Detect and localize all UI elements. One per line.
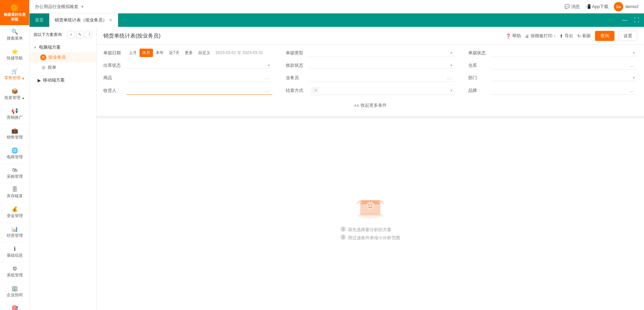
- doc-status-arrow: ▾: [633, 51, 635, 55]
- desktop-group-label: 电脑端方案: [39, 44, 61, 50]
- sidebar-item-search[interactable]: 🔍 搜索菜单: [0, 25, 29, 45]
- settlement-tag: ×: [311, 87, 319, 93]
- warehouse-dots: …: [629, 62, 635, 68]
- date-selector: 上月 本月 本年 近7天 更多 自定义 2023-03-01 至 2023-03…: [126, 49, 263, 57]
- tab-close-icon[interactable]: ✕: [109, 18, 112, 22]
- scheme-item-by-order[interactable]: ⊞ 按单: [30, 62, 96, 72]
- department-select[interactable]: ▾: [491, 74, 637, 81]
- tab-minimize-btn[interactable]: —: [620, 15, 629, 25]
- sidebar-item-label: 快捷导航: [7, 56, 23, 60]
- mobile-group-arrow: ▶: [38, 78, 41, 83]
- department-arrow: ▾: [633, 76, 635, 80]
- scheme-group-mobile-header[interactable]: ▶ 移动端方案: [30, 75, 96, 85]
- user-profile-btn[interactable]: Ea demo2: [614, 2, 639, 11]
- settlement-tag-clear[interactable]: ×: [315, 88, 317, 93]
- operation-icon: 📊: [1, 226, 28, 232]
- message-btn[interactable]: 💬 消息: [565, 4, 580, 10]
- template-print-btn[interactable]: 🖨 按模板打印 ▾: [525, 33, 555, 39]
- sidebar-item-operation[interactable]: 📊 经营管理: [0, 222, 29, 242]
- company-dropdown-icon[interactable]: ▾: [81, 4, 84, 9]
- scheme-group-desktop-header[interactable]: ▼ 电脑端方案: [30, 42, 96, 52]
- app-download-btn[interactable]: 📲 App下载: [585, 4, 608, 10]
- tip-item-2: 2 用过滤条件来缩小分析范围: [340, 234, 400, 242]
- payment-status-select[interactable]: ▾: [309, 62, 455, 69]
- chevron-up-icon: ∧∧: [354, 103, 359, 107]
- tip-text-1: 请先选择要分析的方案: [348, 226, 391, 234]
- sidebar-item-label: 基础信息: [7, 253, 23, 258]
- sidebar-item-finance[interactable]: 💰 资金管理: [0, 203, 29, 222]
- receiver-label: 收货人: [103, 88, 123, 94]
- help-btn[interactable]: ❓ 帮助: [505, 33, 521, 39]
- sidebar-item-marketing[interactable]: 📢 营销推广: [0, 104, 29, 124]
- edit-scheme-btn[interactable]: ✎: [76, 31, 84, 38]
- logo-icon: 🟠: [2, 3, 27, 12]
- salesman-dots: …: [447, 75, 452, 80]
- filter-doc-type: 单据类型 ▾: [286, 50, 455, 56]
- doc-type-select[interactable]: ▾: [309, 50, 455, 56]
- sidebar-item-label: 库存核算: [7, 194, 23, 198]
- date-btn-this-year[interactable]: 本年: [153, 49, 166, 57]
- sidebar-item-basic[interactable]: ℹ 基础信息: [0, 242, 29, 262]
- sidebar-item-ecom[interactable]: 🌐 电商管理: [0, 144, 29, 164]
- out-status-select[interactable]: ▾: [126, 62, 272, 69]
- settings-btn[interactable]: 设置: [619, 31, 637, 41]
- add-scheme-btn[interactable]: ＋: [67, 31, 75, 38]
- brand-select[interactable]: …: [491, 86, 637, 95]
- sidebar-item-purchase[interactable]: 🛍 采购管理: [0, 164, 29, 183]
- settlement-label: 结算方式: [286, 88, 306, 94]
- by-order-label: 按单: [48, 64, 56, 70]
- sidebar-item-label: 资金管理: [7, 213, 23, 218]
- sidebar-item-enterprise[interactable]: 🏢 企业协同: [0, 282, 29, 302]
- settlement-select[interactable]: × ▾: [309, 86, 455, 95]
- export-btn[interactable]: ⬆ 导出: [559, 33, 573, 39]
- tab-home[interactable]: 首页: [30, 13, 49, 27]
- sidebar-item-inventory[interactable]: 🗄 库存核算: [0, 183, 29, 203]
- goods-dots: …: [264, 75, 270, 80]
- empty-state: 1 请先选择要分析的方案 2 用过滤条件来缩小分析范围: [97, 118, 644, 310]
- sidebar-item-sales[interactable]: 💼 销售管理: [0, 124, 29, 144]
- date-btn-custom[interactable]: 自定义: [196, 49, 213, 57]
- collapse-panel-btn[interactable]: 《: [85, 31, 92, 38]
- date-btn-more[interactable]: 更多: [182, 49, 196, 57]
- salesman-select[interactable]: …: [309, 73, 455, 82]
- tab-expand-btn[interactable]: ⛶: [632, 15, 641, 25]
- sidebar-item-system[interactable]: ⚙ 系统管理: [0, 262, 29, 282]
- scheme-item-by-salesman[interactable]: 按 按业务员: [30, 52, 96, 62]
- department-label: 部门: [468, 75, 488, 81]
- date-range-text: 2023-03-01 至 2023-03-31: [216, 50, 263, 56]
- tab-sales-stat[interactable]: 销货单统计表（按业务员） ✕: [49, 13, 118, 27]
- sidebar-item-newbie[interactable]: 🎯 新手引导: [0, 302, 29, 310]
- refresh-btn[interactable]: ↻ 刷新: [577, 33, 591, 39]
- date-btn-last-month[interactable]: 上月: [126, 49, 140, 57]
- date-label: 单据日期: [103, 50, 123, 56]
- collapse-more-btn[interactable]: ∧∧ 收起更多条件: [103, 99, 637, 112]
- message-label: 消息: [571, 4, 580, 10]
- warehouse-label: 仓库: [468, 62, 488, 68]
- sidebar-item-label: 营销推广: [7, 115, 23, 120]
- avatar-text: Ea: [616, 5, 621, 9]
- sidebar-item-quicknav[interactable]: ⭐ 快捷导航: [0, 45, 29, 65]
- company-selector[interactable]: 办公用品行业模拟账套: [35, 4, 78, 10]
- marketing-icon: 📢: [1, 108, 28, 114]
- filter-salesman: 业务员 …: [286, 73, 455, 82]
- salesman-scheme-icon: 按: [40, 54, 46, 60]
- receiver-select[interactable]: …: [126, 86, 272, 95]
- tab-bar-actions: — ⛶: [620, 15, 644, 25]
- date-btn-7days[interactable]: 近7天: [166, 49, 182, 57]
- page-title: 销货单统计表(按业务员): [103, 33, 161, 40]
- date-btn-this-month[interactable]: 本月: [140, 49, 153, 57]
- sidebar-logo[interactable]: 🟠 畅捷通好生意 标版: [0, 0, 29, 25]
- sidebar-item-wholesale[interactable]: 📦 批发管理 ▲: [0, 85, 29, 104]
- desktop-group-arrow: ▼: [34, 46, 37, 49]
- sidebar-item-retail[interactable]: 🛒 零售管理 ▲: [0, 65, 29, 85]
- warehouse-select[interactable]: …: [491, 61, 637, 69]
- query-btn[interactable]: 查询: [595, 31, 614, 41]
- app-download-label: App下载: [592, 4, 608, 10]
- doc-status-select[interactable]: ▾: [491, 50, 637, 56]
- filter-row-2: 出库状态 ▾ 收款状态 ▾: [103, 61, 637, 69]
- goods-select[interactable]: …: [126, 73, 272, 82]
- export-icon: ⬆: [559, 34, 563, 39]
- filter-receiver: 收货人 …: [103, 86, 272, 95]
- filter-section: 单据日期 上月 本月 本年 近7天 更多 自定义 2023-03-01 至 20…: [97, 45, 644, 116]
- filter-department: 部门 ▾: [468, 74, 637, 81]
